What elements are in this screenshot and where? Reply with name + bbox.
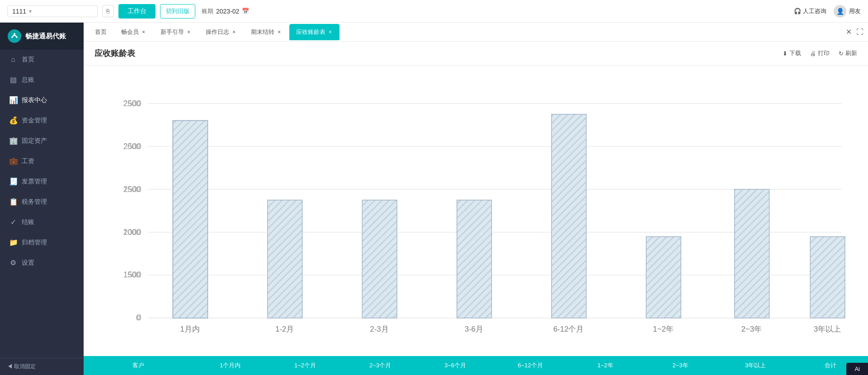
svg-text:0: 0 [136,314,140,322]
th-2-3year: 2~3年 [643,361,718,370]
print-button[interactable]: 🖨 打印 [810,49,830,57]
chart-container: 2500 2500 2500 2000 1500 0 0 500 1000 15… [84,66,868,356]
svg-text:1~2年: 1~2年 [653,325,673,334]
svg-text:1月内: 1月内 [180,325,200,334]
switch-old-button[interactable]: 切到旧版 [160,4,195,19]
th-1-2month: 1~2个月 [268,361,343,370]
sidebar-label: 发票管理 [22,178,47,186]
tab-label: 畅会员 [121,28,139,36]
consulting-button[interactable]: 🎧 人工咨询 [794,7,826,15]
close-window-button[interactable]: ✕ [846,28,852,36]
sidebar-item-home[interactable]: ⌂ 首页 [0,50,84,70]
funds-icon: 💰 [9,116,17,125]
th-3-6month: 3~6个月 [418,361,493,370]
ledger-icon: ▤ [9,75,17,84]
sidebar-item-ledger[interactable]: ▤ 总账 [0,70,84,90]
th-customer: 客户 [84,361,193,370]
tab-close-icon[interactable]: × [186,29,191,35]
cancel-fixed-button[interactable]: ◀ 取消固定 [0,358,84,375]
tab-oplog[interactable]: 操作日志 × [199,24,243,40]
sidebar-item-archive[interactable]: 📁 归档管理 [0,232,84,253]
ai-badge[interactable]: Ai [846,363,868,375]
assets-icon: 🏢 [9,136,17,145]
invoice-icon: 🧾 [9,177,17,186]
svg-text:2-3月: 2-3月 [370,325,388,334]
sidebar-label: 设置 [22,259,34,267]
sidebar-item-salary[interactable]: 💼 工资 [0,151,84,171]
sidebar-item-invoice[interactable]: 🧾 发票管理 [0,171,84,192]
svg-text:2500: 2500 [123,99,140,108]
company-selector[interactable]: 1111 ▾ [7,5,98,17]
tab-member[interactable]: 畅会员 × [114,24,153,40]
workbench-button[interactable]: 工作台 [118,4,156,19]
refresh-icon: ↻ [839,50,844,57]
copy-icon: ⎘ [106,8,110,14]
period-value: 2023-02 [216,8,239,15]
th-2-3month: 2~3个月 [343,361,418,370]
sidebar-item-assets[interactable]: 🏢 固定资产 [0,131,84,151]
sidebar-item-funds[interactable]: 💰 资金管理 [0,110,84,131]
svg-text:3年以上: 3年以上 [814,325,841,334]
table-header-bar: 客户 1个月内 1~2个月 2~3个月 3~6个月 6~12个月 1~2年 2~… [84,356,868,375]
user-area[interactable]: 👤 用友 [834,5,861,18]
sidebar-label: 资金管理 [22,117,47,125]
tab-period-end[interactable]: 期末结转 × [244,24,288,40]
refresh-button[interactable]: ↻ 刷新 [839,49,857,57]
refresh-label: 刷新 [845,49,857,57]
avatar: 👤 [834,5,846,18]
sidebar-item-settings[interactable]: ⚙ 设置 [0,253,84,273]
sidebar-label: 归档管理 [22,239,47,247]
tab-close-icon[interactable]: × [277,29,282,35]
home-icon: ⌂ [9,56,17,64]
svg-text:2~3年: 2~3年 [741,325,762,334]
tab-guide[interactable]: 新手引导 × [154,24,198,40]
sidebar-item-tax[interactable]: 📋 税务管理 [0,192,84,212]
sidebar-label: 报表中心 [22,96,47,104]
tab-label: 首页 [95,28,107,36]
svg-text:6-12个月: 6-12个月 [553,325,584,334]
svg-text:1-2月: 1-2月 [275,325,294,334]
cancel-fixed-label: ◀ 取消固定 [7,363,36,370]
sidebar-item-reports[interactable]: 📊 报表中心 [0,90,84,110]
download-button[interactable]: ⬇ 下载 [783,49,801,57]
tab-close-icon[interactable]: × [231,29,236,35]
sidebar-label: 总账 [22,76,34,84]
period-label: 账期 [202,7,213,15]
svg-rect-29 [552,114,586,318]
maximize-window-button[interactable]: ⛶ [856,28,863,36]
svg-text:1500: 1500 [123,185,140,194]
download-icon: ⬇ [783,50,788,57]
svg-point-1 [14,33,15,35]
sidebar-label: 结账 [22,218,34,226]
sidebar-label: 固定资产 [22,137,47,145]
tab-label: 新手引导 [160,28,184,36]
page-header: 应收账龄表 ⬇ 下载 🖨 打印 ↻ 刷新 [84,42,868,66]
th-6-12month: 6~12个月 [493,361,568,370]
sidebar-item-checkout[interactable]: ✓ 结账 [0,212,84,232]
tab-close-icon[interactable]: × [328,29,333,35]
logo-area: 畅捷通易代账 [0,23,84,50]
chevron-down-icon: ▾ [29,8,32,14]
svg-rect-35 [810,237,845,318]
logo-text: 畅捷通易代账 [25,32,66,41]
tabs-right: ✕ ⛶ [846,28,863,36]
logo-icon [7,29,22,43]
calendar-icon[interactable]: 📅 [242,8,249,14]
tab-home[interactable]: 首页 [88,24,113,40]
print-icon: 🖨 [810,50,816,57]
copy-button[interactable]: ⎘ [102,5,114,17]
main-layout: 畅捷通易代账 ⌂ 首页 ▤ 总账 📊 报表中心 💰 资金管理 🏢 固定资产 💼 … [0,23,868,375]
svg-point-0 [8,29,21,43]
user-name: 用友 [849,7,861,15]
download-label: 下载 [789,49,801,57]
period-area: 账期 2023-02 📅 [202,7,249,15]
svg-text:3-6月: 3-6月 [465,325,483,334]
tab-label: 期末结转 [251,28,274,36]
company-name: 1111 [12,8,26,15]
salary-icon: 💼 [9,157,17,165]
tab-close-icon[interactable]: × [141,29,146,35]
tab-label: 应收账龄表 [296,28,326,36]
headset-icon: 🎧 [794,8,801,14]
th-1month: 1个月内 [193,361,268,370]
tab-aging[interactable]: 应收账龄表 × [289,24,340,40]
